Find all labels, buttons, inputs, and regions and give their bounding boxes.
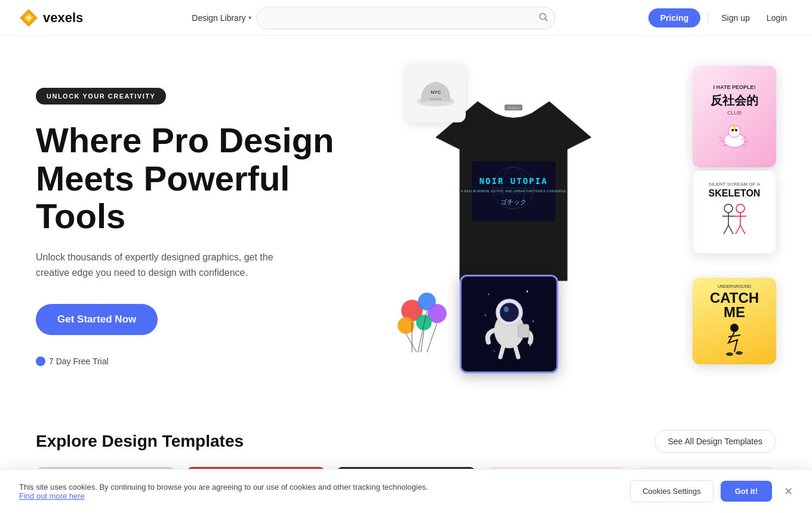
balloons-decoration: [394, 287, 454, 358]
hero-content: UNLOCK YOUR CREATIVITY Where Pro Design …: [36, 88, 370, 367]
svg-point-34: [730, 324, 739, 332]
hero-section: UNLOCK YOUR CREATIVITY Where Pro Design …: [0, 36, 812, 406]
svg-line-32: [736, 225, 740, 234]
svg-text:A REALM WHERE GOTHIC AND URBAN: A REALM WHERE GOTHIC AND URBAN FANTASIES…: [461, 189, 566, 193]
svg-text:NOIR UTOPIA: NOIR UTOPIA: [479, 176, 548, 186]
svg-line-33: [740, 225, 745, 234]
logo-text: vexels: [43, 10, 83, 26]
svg-point-22: [731, 129, 734, 131]
svg-rect-50: [518, 324, 529, 337]
search-button[interactable]: [539, 12, 548, 23]
balloons-svg: [394, 287, 454, 358]
svg-point-36: [726, 352, 733, 356]
pricing-button[interactable]: Pricing: [648, 8, 700, 27]
skater-svg: [716, 322, 752, 358]
main-nav: vexels Design Library ▾ Design Tools AI …: [0, 0, 812, 36]
svg-point-47: [504, 306, 509, 312]
svg-line-49: [515, 346, 518, 357]
catchme-title: CATCHME: [710, 291, 759, 320]
svg-text:VEXELS: VEXELS: [508, 106, 519, 110]
catchme-top-text: UNDERGROUND: [718, 284, 751, 288]
astronaut-card: [460, 275, 558, 373]
hero-badge: UNLOCK YOUR CREATIVITY: [36, 88, 166, 105]
cookie-banner: This site uses cookies. By continuing to…: [0, 469, 812, 513]
hero-subtitle: Unlock thousands of expertly designed gr…: [36, 250, 287, 280]
svg-line-60: [421, 330, 424, 352]
explore-title: Explore Design Templates: [36, 432, 244, 451]
svg-point-38: [488, 294, 489, 295]
unicorn-svg: [716, 119, 752, 149]
svg-point-42: [494, 351, 495, 352]
hero-visuals: NOIR UTOPIA A REALM WHERE GOTHIC AND URB…: [394, 72, 776, 382]
svg-point-24: [724, 204, 733, 213]
svg-point-46: [500, 303, 519, 322]
get-started-button[interactable]: Get Started Now: [36, 304, 158, 335]
skeleton-card-label: SILENT SCREAM OF A: [709, 182, 760, 187]
svg-point-40: [485, 315, 486, 316]
explore-header: Explore Design Templates See All Design …: [36, 430, 776, 453]
vexels-logo-icon: [19, 8, 38, 27]
skeleton-card-title: SKELETON: [709, 188, 761, 199]
astronaut-svg: [479, 285, 539, 363]
svg-line-35: [728, 335, 740, 337]
svg-line-59: [406, 334, 417, 352]
design-library-label: Design Library: [192, 13, 245, 23]
svg-line-48: [500, 346, 503, 357]
catchme-card: UNDERGROUND CATCHME: [693, 278, 776, 364]
nav-divider: [708, 12, 708, 24]
signup-link[interactable]: Sign up: [715, 10, 755, 26]
see-all-button[interactable]: See All Design Templates: [654, 430, 777, 453]
skeleton-card: SILENT SCREAM OF A SKELETON: [693, 170, 776, 254]
search-input[interactable]: [257, 7, 555, 29]
skeleton-svg: [716, 201, 752, 243]
pink-card-text1: I HATE PEOPLE!: [713, 84, 756, 90]
svg-line-4: [545, 19, 548, 21]
cookies-settings-button[interactable]: Cookies Settings: [630, 480, 713, 502]
svg-point-55: [416, 315, 432, 330]
cookie-learn-more-link[interactable]: Find out more here: [19, 492, 85, 500]
pink-card: I HATE PEOPLE! 反社会的 CLUB: [693, 66, 776, 167]
svg-text:NYC: NYC: [431, 90, 441, 95]
svg-point-29: [736, 204, 745, 213]
svg-point-23: [735, 129, 737, 131]
search-icon: [539, 12, 548, 21]
hat-svg: NYC embroidery: [415, 75, 457, 110]
hero-trial: 7 Day Free Trial: [36, 357, 370, 366]
close-cookie-button[interactable]: ✕: [784, 486, 793, 497]
login-link[interactable]: Login: [761, 10, 793, 26]
nav-design-library[interactable]: Design Library ▾: [186, 10, 257, 26]
svg-line-28: [728, 225, 733, 234]
cookie-text: This site uses cookies. By continuing to…: [19, 483, 437, 500]
svg-point-39: [526, 290, 528, 292]
pink-card-text3: CLUB: [727, 110, 742, 116]
design-library-chevron: ▾: [248, 14, 251, 21]
hero-title: Where Pro Design Meets Powerful Tools: [36, 121, 370, 235]
svg-point-37: [736, 351, 743, 355]
got-it-button[interactable]: Got it!: [721, 481, 772, 502]
pink-card-text2: 反社会的: [710, 93, 758, 109]
hat-card: NYC embroidery: [406, 63, 466, 122]
svg-line-27: [724, 225, 728, 234]
svg-text:embroidery: embroidery: [430, 97, 442, 100]
cookie-actions: Cookies Settings Got it! ✕: [630, 480, 793, 502]
logo-link[interactable]: vexels: [19, 8, 83, 27]
svg-point-41: [533, 321, 534, 322]
